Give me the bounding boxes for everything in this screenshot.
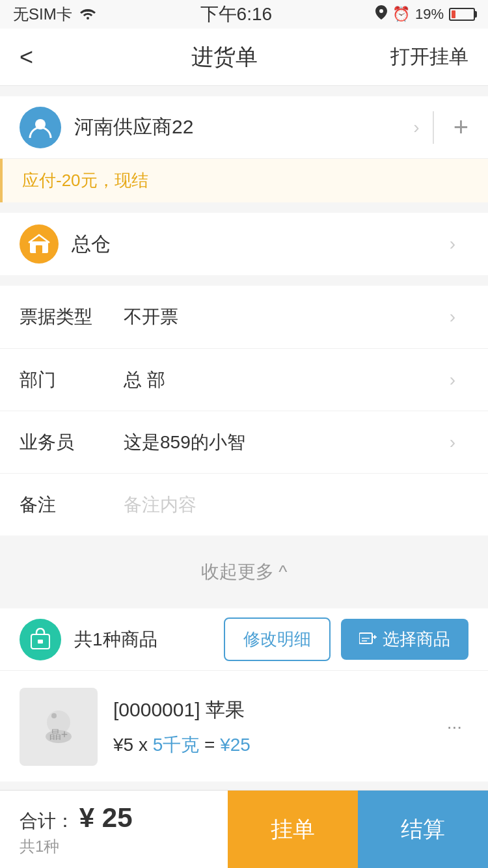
open-pending-button[interactable]: 打开挂单 xyxy=(390,44,468,70)
svg-rect-2 xyxy=(36,245,42,253)
svg-point-7 xyxy=(51,713,57,718)
salesman-value: 这是859的小智 xyxy=(111,430,450,455)
checkout-button[interactable]: 结算 xyxy=(358,791,488,869)
product-qty: 5千克 xyxy=(153,735,200,755)
select-product-label: 选择商品 xyxy=(383,628,450,651)
warehouse-section: 总仓 › xyxy=(0,213,488,275)
supplier-row[interactable]: 河南供应商22 › + xyxy=(0,96,488,159)
product-header: 共1种商品 修改明细 选择商品 xyxy=(0,608,488,671)
top-gap xyxy=(0,86,488,96)
svg-rect-4 xyxy=(38,640,43,644)
product-title: 苹果 xyxy=(206,699,245,720)
battery-percent: 19% xyxy=(415,6,444,23)
supplier-name: 河南供应商22 xyxy=(74,114,413,141)
unit-price: ¥5 x xyxy=(113,735,153,755)
collapse-label: 收起更多 ^ xyxy=(201,560,288,584)
back-button[interactable]: < xyxy=(20,44,59,71)
alarm-icon: ⏰ xyxy=(392,6,410,23)
equals: = xyxy=(199,735,220,755)
form-section: 票据类型 不开票 › 部门 总 部 › 业务员 这是859的小智 › 备注 备注… xyxy=(0,286,488,536)
invoice-value: 不开票 xyxy=(111,305,450,329)
dept-label: 部门 xyxy=(20,368,111,392)
remark-label: 备注 xyxy=(20,493,111,517)
product-more-button[interactable]: ··· xyxy=(441,710,468,744)
carrier-label: 无SIM卡 xyxy=(13,4,72,25)
remark-input[interactable]: 备注内容 xyxy=(111,493,468,517)
dept-chevron-icon: › xyxy=(450,370,455,390)
product-item: 晶+ [0000001] 苹果 ¥5 x 5千克 = ¥25 ··· xyxy=(0,672,488,781)
warehouse-name: 总仓 xyxy=(72,231,450,258)
product-section: 共1种商品 修改明细 选择商品 晶+ [0000001] 苹果 xyxy=(0,608,488,781)
divider xyxy=(433,111,434,144)
product-icon xyxy=(20,619,61,660)
wifi-icon xyxy=(79,5,97,23)
collapse-bar[interactable]: 收起更多 ^ xyxy=(0,546,488,598)
status-bar: 无SIM卡 下午6:16 ⏰ 19% xyxy=(0,0,488,29)
salesman-label: 业务员 xyxy=(20,430,111,455)
warehouse-chevron-icon: › xyxy=(450,234,455,254)
bottom-bar: 合计： ¥ 25 共1种 挂单 结算 xyxy=(0,790,488,868)
invoice-row[interactable]: 票据类型 不开票 › xyxy=(0,286,488,348)
supplier-avatar xyxy=(20,107,61,148)
battery-icon xyxy=(449,8,475,21)
add-supplier-button[interactable]: + xyxy=(454,113,468,142)
modify-detail-button[interactable]: 修改明细 xyxy=(224,617,331,661)
product-price: ¥5 x 5千克 = ¥25 xyxy=(113,733,441,757)
product-info: [0000001] 苹果 ¥5 x 5千克 = ¥25 xyxy=(113,697,441,757)
invoice-label: 票据类型 xyxy=(20,305,111,329)
dept-value: 总 部 xyxy=(111,368,450,392)
salesman-chevron-icon: › xyxy=(450,432,455,453)
product-count: 共1种商品 xyxy=(74,627,224,652)
total-label: 合计： xyxy=(20,811,74,831)
total-count: 共1种 xyxy=(20,836,208,857)
product-name: [0000001] 苹果 xyxy=(113,697,441,724)
page-title: 进货单 xyxy=(191,42,258,72)
total-amount: ¥ 25 xyxy=(79,802,133,833)
status-time: 下午6:16 xyxy=(200,2,273,27)
supplier-chevron-icon: › xyxy=(413,117,419,138)
supplier-section: 河南供应商22 › + 应付-20元，现结 xyxy=(0,96,488,202)
location-icon xyxy=(375,5,387,23)
svg-text:晶+: 晶+ xyxy=(49,728,68,741)
product-code: [0000001] xyxy=(113,699,206,720)
hang-order-button[interactable]: 挂单 xyxy=(228,791,358,869)
warehouse-row[interactable]: 总仓 › xyxy=(0,213,488,275)
status-left: 无SIM卡 xyxy=(13,4,97,25)
supplier-notice: 应付-20元，现结 xyxy=(0,159,488,202)
total-section: 合计： ¥ 25 共1种 xyxy=(0,802,228,857)
warehouse-icon xyxy=(20,224,59,264)
status-right: ⏰ 19% xyxy=(375,5,475,23)
dept-row[interactable]: 部门 总 部 › xyxy=(0,348,488,411)
invoice-chevron-icon: › xyxy=(450,306,455,327)
select-product-button[interactable]: 选择商品 xyxy=(341,619,468,660)
product-thumbnail: 晶+ xyxy=(20,688,98,766)
nav-bar: < 进货单 打开挂单 xyxy=(0,29,488,86)
product-total: ¥25 xyxy=(220,735,251,755)
remark-row[interactable]: 备注 备注内容 xyxy=(0,473,488,536)
salesman-row[interactable]: 业务员 这是859的小智 › xyxy=(0,411,488,473)
